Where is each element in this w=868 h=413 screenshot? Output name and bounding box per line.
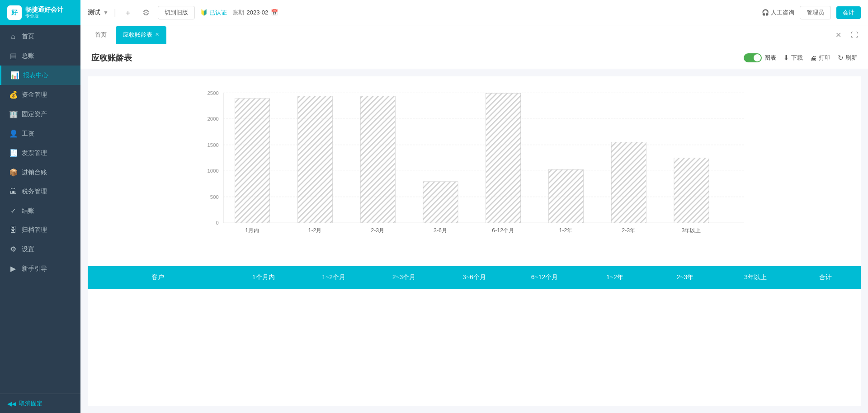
tab-close-icon[interactable]: ✕	[155, 32, 159, 38]
sidebar-label-checkout: 结账	[22, 207, 34, 215]
sidebar-item-general-ledger[interactable]: ▤ 总账	[0, 46, 80, 66]
topbar-gear-icon[interactable]: ⚙	[140, 6, 152, 19]
bar-3	[360, 96, 395, 223]
page-header: 应收账龄表 图表 ⬇ 下载 🖨 打印	[80, 45, 868, 69]
print-btn[interactable]: 🖨 打印	[810, 54, 830, 62]
headset-icon: 🎧	[762, 9, 769, 16]
sidebar-item-settings[interactable]: ⚙ 设置	[0, 239, 80, 259]
svg-text:1月内: 1月内	[245, 227, 259, 234]
sales-purchase-icon: 📦	[9, 168, 17, 177]
funds-icon: 💰	[9, 90, 17, 99]
svg-text:0: 0	[216, 220, 218, 225]
switch-old-btn[interactable]: 切到旧版	[158, 6, 195, 19]
tab-close-window-btn[interactable]: ✕	[832, 29, 844, 42]
period-value: 2023-02	[247, 9, 269, 16]
svg-text:3年以上: 3年以上	[682, 227, 701, 234]
sidebar-item-tax[interactable]: 🏛 税务管理	[0, 182, 80, 201]
accountant-btn[interactable]: 会计	[836, 6, 861, 19]
pin-icon: ◀◀	[7, 400, 16, 407]
main-area: 测试 ▼ | ＋ ⚙ 切到旧版 🔰 已认证 账期 2023-02 📅 🎧 人工咨…	[80, 0, 868, 413]
svg-text:1000: 1000	[208, 168, 219, 174]
consult-btn[interactable]: 🎧 人工咨询	[762, 9, 794, 17]
app-logo-text: 畅捷通好会计 专业版	[25, 6, 63, 20]
tab-home[interactable]: 首页	[88, 26, 114, 44]
topbar-right: 🎧 人工咨询 管理员 会计	[762, 6, 861, 19]
th-2-3month: 2~3个月	[369, 266, 439, 289]
chart-toggle[interactable]	[744, 53, 762, 62]
svg-text:1500: 1500	[208, 142, 219, 148]
add-project-btn[interactable]: ＋	[122, 6, 134, 19]
sidebar-label-invoice: 发票管理	[22, 149, 47, 157]
sidebar-label-fixed-assets: 固定资产	[22, 110, 47, 118]
sidebar-item-reports[interactable]: 📊 报表中心	[0, 66, 80, 85]
sidebar-item-invoice[interactable]: 🧾 发票管理	[0, 143, 80, 163]
sidebar-item-sales-purchase[interactable]: 📦 进销台账	[0, 163, 80, 182]
print-icon: 🖨	[810, 54, 817, 62]
sidebar-label-settings: 设置	[22, 245, 34, 253]
manager-btn[interactable]: 管理员	[800, 6, 831, 19]
payroll-icon: 👤	[9, 129, 17, 138]
sidebar-label-tax: 税务管理	[22, 188, 47, 196]
refresh-icon: ↻	[838, 54, 844, 62]
sep-1: |	[114, 8, 116, 17]
checkout-icon: ✓	[9, 206, 17, 215]
ledger-icon: ▤	[9, 52, 17, 60]
refresh-btn[interactable]: ↻ 刷新	[838, 54, 857, 62]
tabs-actions: ✕ ⛶	[832, 29, 861, 42]
tax-icon: 🏛	[9, 188, 17, 196]
page-title: 应收账龄表	[91, 52, 132, 63]
th-3year-plus: 3年以上	[720, 266, 790, 289]
svg-text:500: 500	[210, 194, 219, 200]
project-name: 测试	[88, 9, 100, 17]
period-selector[interactable]: 账期 2023-02 📅	[232, 9, 278, 17]
sidebar-item-archive[interactable]: 🗄 归档管理	[0, 221, 80, 239]
verified-text: 已认证	[209, 9, 227, 17]
reports-icon: 📊	[10, 71, 19, 80]
sidebar-logo: 好 畅捷通好会计 专业版	[0, 0, 80, 25]
consult-text: 人工咨询	[771, 9, 794, 17]
tab-ar-aging-label: 应收账龄表	[123, 31, 152, 39]
sidebar-item-fixed-assets[interactable]: 🏢 固定资产	[0, 104, 80, 124]
sidebar-item-checkout[interactable]: ✓ 结账	[0, 201, 80, 221]
topbar: 测试 ▼ | ＋ ⚙ 切到旧版 🔰 已认证 账期 2023-02 📅 🎧 人工咨…	[80, 0, 868, 25]
th-1-2month: 1~2个月	[298, 266, 368, 289]
content-scroll[interactable]: 应收账龄表 图表 ⬇ 下载 🖨 打印	[80, 45, 868, 413]
th-total: 合计	[791, 266, 861, 289]
svg-text:3-6月: 3-6月	[434, 227, 447, 234]
svg-text:1-2年: 1-2年	[559, 227, 573, 234]
cancel-fixed-btn[interactable]: ◀◀ 取消固定	[0, 394, 80, 413]
bar-7	[611, 142, 646, 223]
th-3-6month: 3~6个月	[439, 266, 509, 289]
sidebar-label-home: 首页	[22, 33, 34, 41]
download-btn[interactable]: ⬇ 下载	[783, 54, 803, 62]
sidebar-item-guide[interactable]: ▶ 新手引导	[0, 259, 80, 278]
sidebar-item-home[interactable]: ⌂ 首页	[0, 27, 80, 46]
svg-text:6-12个月: 6-12个月	[492, 227, 514, 234]
sidebar-label-payroll: 工资	[22, 130, 34, 138]
sidebar: 好 畅捷通好会计 专业版 ⌂ 首页 ▤ 总账 📊 报表中心 💰 资金管理 🏢 固…	[0, 0, 80, 413]
th-1month: 1个月内	[228, 266, 298, 289]
sidebar-label-archive: 归档管理	[22, 226, 47, 234]
print-label: 打印	[819, 54, 830, 62]
toggle-knob	[754, 54, 761, 61]
th-2-3year: 2~3年	[650, 266, 720, 289]
download-label: 下载	[791, 54, 803, 62]
bar-8	[674, 158, 709, 223]
page-actions: 图表 ⬇ 下载 🖨 打印 ↻ 刷新	[744, 53, 857, 62]
sidebar-item-funds[interactable]: 💰 资金管理	[0, 85, 80, 104]
th-6-12month: 6~12个月	[509, 266, 580, 289]
chart-toggle-wrap: 图表	[744, 53, 776, 62]
tab-ar-aging[interactable]: 应收账龄表 ✕	[116, 26, 166, 44]
archive-icon: 🗄	[9, 226, 17, 234]
sidebar-item-payroll[interactable]: 👤 工资	[0, 124, 80, 143]
th-customer: 客户	[88, 266, 228, 289]
cancel-fixed-label: 取消固定	[19, 399, 42, 408]
project-selector[interactable]: 测试 ▼	[88, 9, 108, 17]
verified-status: 🔰 已认证	[200, 9, 227, 17]
tab-expand-btn[interactable]: ⛶	[848, 29, 861, 42]
home-icon: ⌂	[9, 33, 17, 41]
app-name: 畅捷通好会计	[25, 6, 63, 14]
tabs-bar: 首页 应收账龄表 ✕ ✕ ⛶	[80, 25, 868, 45]
calendar-icon: 📅	[271, 9, 278, 16]
settings-icon: ⚙	[9, 245, 17, 253]
